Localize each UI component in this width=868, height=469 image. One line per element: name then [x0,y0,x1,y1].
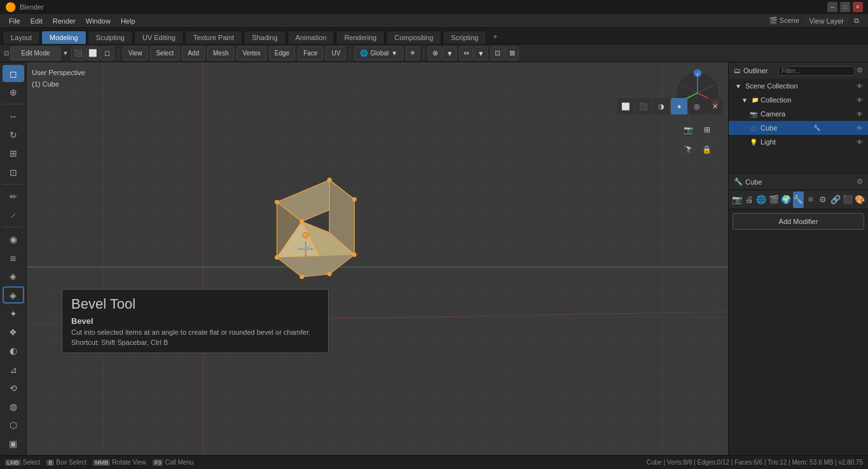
add-menu[interactable]: Add [182,46,205,60]
face-menu[interactable]: Face [298,46,323,60]
mode-selector[interactable]: ⊡ Edit Mode ▼ [4,46,69,60]
prop-constraints-icon[interactable]: 🔗 [830,192,841,208]
snap-settings[interactable]: ▼ [443,46,457,60]
snap-btn[interactable]: ⊕ [428,46,442,60]
tool-inset[interactable]: ◈ [3,268,24,285]
overlay-btn[interactable]: ⊠ [505,46,519,60]
shade-wireframe[interactable]: ⬜ [617,98,634,115]
prop-scene-icon[interactable]: 🎬 [768,192,779,208]
tool-measure[interactable]: ⟋ [3,206,24,223]
menu-render[interactable]: Render [48,16,81,26]
prop-render-icon[interactable]: 📷 [731,192,742,208]
shade-material[interactable]: ◑ [653,98,670,115]
vp-camera-btn[interactable]: 📷 [680,122,697,138]
measure-btn[interactable]: ⊡ [490,46,504,60]
vertex-menu[interactable]: Vertex [237,46,266,60]
outliner-collection[interactable]: ▼ 📁 Collection 👁 [729,93,868,107]
minimize-button[interactable]: ─ [827,2,837,12]
collection-visibility[interactable]: 👁 [857,97,863,104]
view-menu[interactable]: View [123,46,148,60]
vp-perspective-btn[interactable]: 🔭 [680,141,697,158]
outliner-filter-icon[interactable]: ⚙ [857,66,863,76]
shade-solid[interactable]: ⬛ [635,98,652,115]
outliner-cube[interactable]: ◻ Cube 🔧 👁 [729,121,868,135]
outliner-light[interactable]: 💡 Light 👁 [729,135,868,149]
prop-particles-icon[interactable]: ⚛ [805,192,816,208]
tool-select[interactable]: ◻ [3,65,24,82]
tab-layout[interactable]: Layout [3,31,40,44]
menu-help[interactable]: Help [116,16,141,26]
tab-uv-editing[interactable]: UV Editing [134,31,184,44]
shade-rendered[interactable]: ● [671,98,687,115]
edge-select-icon[interactable]: ⬜ [86,46,100,60]
menu-edit[interactable]: Edit [25,16,48,26]
properties-settings-icon[interactable]: ⚙ [857,178,863,186]
outliner-camera[interactable]: 📷 Camera 👁 [729,107,868,121]
tool-bisect[interactable]: ⊿ [3,361,24,378]
uv-menu[interactable]: UV [326,46,346,60]
outliner-scene-collection[interactable]: ▼ Scene Collection 👁 [729,79,868,93]
tool-shrink-wrap[interactable]: ▣ [3,435,24,452]
expand-icon[interactable]: ⧉ [849,17,864,25]
tool-rotate[interactable]: ↻ [3,127,24,144]
add-modifier-button[interactable]: Add Modifier [733,213,864,230]
menu-file[interactable]: File [4,16,25,26]
light-visibility[interactable]: 👁 [857,139,863,146]
close-button[interactable]: ✕ [853,2,863,12]
scene-collection-visibility[interactable]: 👁 [857,83,863,90]
tool-transform[interactable]: ⊡ [3,164,24,181]
menu-window[interactable]: Window [81,16,116,26]
prop-modifier-icon[interactable]: 🔧 [793,192,804,208]
tab-shading[interactable]: Shading [244,31,286,44]
face-select-icon[interactable]: ◻ [100,46,114,60]
proportional-btn[interactable]: ☀ [406,46,420,60]
prop-world-icon[interactable]: 🌍 [780,192,791,208]
camera-visibility[interactable]: 👁 [857,111,863,118]
outliner-search[interactable] [778,66,855,76]
tool-scale[interactable]: ⊞ [3,145,24,162]
tab-compositing[interactable]: Compositing [386,31,441,44]
edge-menu[interactable]: Edge [269,46,295,60]
tool-face-fill[interactable]: ⬡ [3,417,24,434]
vertex-select-icon[interactable]: ⬛ [71,46,85,60]
prop-output-icon[interactable]: 🖨 [743,192,754,208]
tab-texture-paint[interactable]: Texture Paint [185,31,242,44]
shade-xray[interactable]: ✕ [706,98,723,115]
tool-smooth[interactable]: ◍ [3,398,24,415]
tab-sculpting[interactable]: Sculpting [88,31,133,44]
add-workspace-button[interactable]: + [488,29,503,44]
tool-extrude[interactable]: ⧆ [3,249,24,267]
scene-selector[interactable]: 🎬 Scene [764,17,804,25]
global-transform[interactable]: 🌐 Global ▼ [354,46,403,60]
select-menu[interactable]: Select [150,46,179,60]
shade-overlay[interactable]: ◎ [689,98,705,115]
prop-view-layer-icon[interactable]: 🌐 [756,192,767,208]
mirror-settings[interactable]: ▼ [474,46,488,60]
mesh-menu[interactable]: Mesh [207,46,234,60]
tool-knife[interactable]: ◐ [3,342,24,360]
vp-grid-btn[interactable]: ⊞ [699,122,715,138]
edit-mode-button[interactable]: Edit Mode [10,46,61,60]
tool-cursor[interactable]: ⊕ [3,83,24,101]
view-layer-selector[interactable]: View Layer [804,17,849,25]
vp-lock-btn[interactable]: 🔒 [699,141,715,158]
prop-material-icon[interactable]: 🎨 [855,192,865,208]
tool-bevel[interactable]: ◈ [3,286,24,304]
tool-offset-edge[interactable]: ❖ [3,323,24,340]
cube-visibility[interactable]: 👁 [857,125,863,132]
tool-loop-cut[interactable]: ✦ [3,305,24,322]
prop-data-icon[interactable]: ⬛ [842,192,853,208]
tool-annotate[interactable]: ✏ [3,188,24,205]
tool-spin[interactable]: ⟲ [3,379,24,396]
prop-physics-icon[interactable]: ⚙ [818,192,829,208]
tab-modeling[interactable]: Modeling [41,31,86,44]
tab-rendering[interactable]: Rendering [336,31,385,44]
tab-animation[interactable]: Animation [287,31,335,44]
mirror-btn[interactable]: ⇔ [459,46,473,60]
tool-move[interactable]: ↔ [3,108,24,125]
svg-point-7 [275,200,279,204]
viewport[interactable]: User Perspective (1) Cube [27,62,728,455]
tab-scripting[interactable]: Scripting [443,31,486,44]
maximize-button[interactable]: □ [840,2,850,12]
tool-add-cube[interactable]: ◉ [3,230,24,248]
